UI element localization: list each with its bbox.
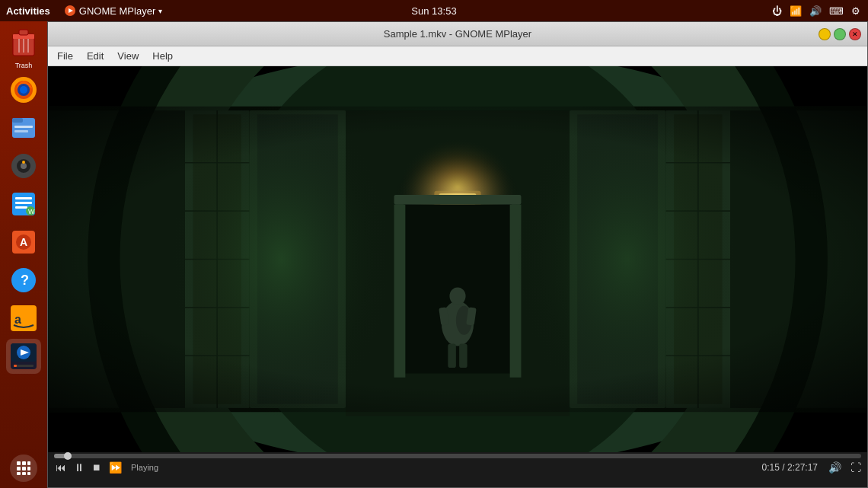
trash-icon [10,28,37,59]
svg-rect-43 [22,467,26,470]
libreoffice-icon: W [9,190,38,218]
svg-rect-96 [48,107,867,412]
app-menu-label: GNOME MPlayer [79,5,155,17]
gnome-mplayer-icon [64,5,76,17]
time-display: 0:15 / 2:27:17 [762,462,818,473]
sidebar-item-help[interactable]: ? [6,263,41,298]
svg-rect-4 [19,30,28,35]
keyboard-icon[interactable]: ⌨ [828,5,845,17]
power-icon[interactable]: ⏻ [771,5,783,17]
menubar: File Edit View Help [48,46,867,66]
svg-rect-38 [14,365,17,367]
apps-grid-icon [16,461,31,476]
sidebar-item-trash[interactable] [6,26,41,61]
fastforward-button[interactable]: ⏩ [107,460,123,475]
firefox-icon [9,75,38,104]
sidebar-item-firefox[interactable] [6,72,41,107]
svg-text:W: W [28,208,35,215]
main-layout: Trash [0,21,868,488]
svg-rect-40 [22,461,26,465]
maximize-button[interactable] [834,28,846,40]
svg-rect-42 [17,467,21,470]
mplayer-window: ✕ Sample 1.mkv - GNOME MPlayer File Edit… [47,21,868,488]
svg-rect-22 [15,202,32,204]
svg-rect-47 [27,472,30,475]
desktop: ✕ Sample 1.mkv - GNOME MPlayer File Edit… [47,21,868,488]
svg-rect-44 [27,467,30,470]
status-text: Playing [131,463,158,472]
help-icon: ? [9,266,38,295]
volume-button[interactable]: 🔊 [828,461,841,474]
sidebar-item-files[interactable] [6,110,41,145]
sidebar-item-amazon[interactable]: a [6,301,41,336]
topbar-left: Activities GNOME MPlayer ▾ [6,5,162,17]
session-icon[interactable]: ⚙ [850,5,862,17]
svg-rect-23 [15,206,27,209]
sidebar-item-libreoffice[interactable]: W [6,187,41,222]
window-title: Sample 1.mkv - GNOME MPlayer [384,28,531,40]
sidebar-item-mplayer[interactable] [6,339,41,374]
menu-file[interactable]: File [51,49,79,63]
titlebar-controls: ✕ [819,28,861,40]
svg-point-11 [20,86,27,94]
app-menu-arrow: ▾ [158,7,162,15]
stop-button[interactable]: ⏹ [91,461,103,474]
svg-point-19 [22,161,25,164]
wifi-icon[interactable]: 📶 [788,5,803,17]
video-frame [48,66,867,452]
system-tray: ⏻ 📶 🔊 ⌨ ⚙ [771,5,862,17]
files-icon [9,113,38,142]
svg-rect-41 [27,461,30,465]
svg-text:A: A [20,236,27,248]
sidebar: Trash [0,21,47,488]
topbar: Activities GNOME MPlayer ▾ Sun 13:53 ⏻ 📶… [0,0,868,21]
svg-rect-45 [17,472,21,475]
menu-view[interactable]: View [111,49,145,63]
show-applications-button[interactable] [10,455,37,482]
fullscreen-button[interactable]: ⛶ [850,461,861,474]
music-icon [9,152,38,180]
amazon-icon: a [9,304,38,333]
trash-label: Trash [15,62,33,69]
svg-rect-21 [15,197,32,199]
progress-bar[interactable] [54,454,861,458]
svg-rect-13 [12,118,23,123]
minimize-button[interactable] [819,28,831,40]
progress-handle[interactable] [64,452,72,460]
volume-tray-icon[interactable]: 🔊 [808,5,823,17]
close-button[interactable]: ✕ [849,28,861,40]
svg-rect-15 [14,130,28,132]
controls-row: ⏮ ⏸ ⏹ ⏩ Playing 0:15 / 2:27:17 🔊 ⛶ [54,460,861,475]
trash-area: Trash [6,26,41,69]
svg-rect-39 [17,461,21,465]
sidebar-item-music[interactable] [6,148,41,183]
menu-edit[interactable]: Edit [81,49,110,63]
svg-rect-14 [14,126,33,128]
menu-help[interactable]: Help [146,49,179,63]
activities-button[interactable]: Activities [6,5,50,17]
sidebar-item-software[interactable]: A [6,225,41,260]
software-center-icon: A [9,228,38,257]
mplayer-icon [9,342,38,371]
svg-point-18 [21,163,27,169]
player-controls: ⏮ ⏸ ⏹ ⏩ Playing 0:15 / 2:27:17 🔊 ⛶ [48,452,867,487]
pause-button[interactable]: ⏸ [72,460,86,475]
svg-text:?: ? [21,273,29,288]
app-menu-button[interactable]: GNOME MPlayer ▾ [64,5,162,17]
topbar-clock: Sun 13:53 [411,5,456,17]
video-area[interactable] [48,66,867,452]
rewind-button[interactable]: ⏮ [54,460,68,475]
svg-text:a: a [14,313,21,326]
svg-rect-46 [22,472,26,475]
titlebar: ✕ Sample 1.mkv - GNOME MPlayer [48,22,867,46]
